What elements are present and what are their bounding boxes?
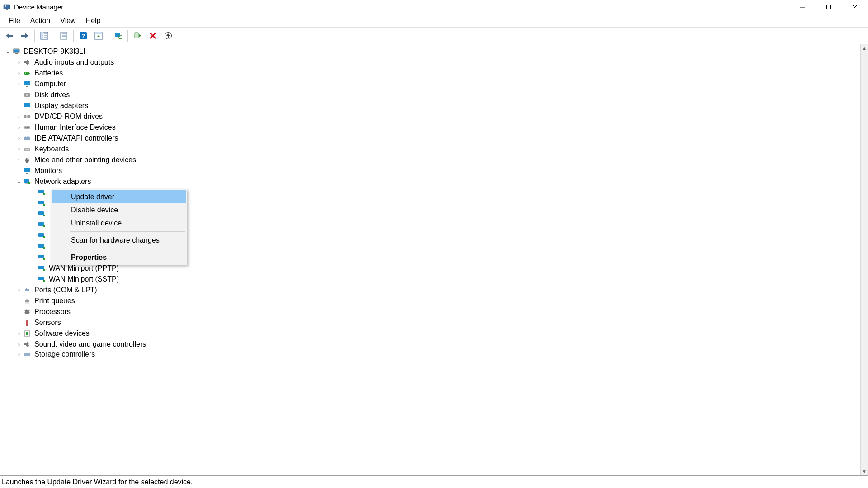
action-toolbar-button[interactable] — [91, 29, 106, 42]
svg-rect-106 — [24, 353, 30, 356]
svg-rect-81 — [43, 258, 45, 260]
svg-rect-74 — [38, 222, 44, 226]
category-label: Audio inputs and outputs — [34, 58, 114, 66]
properties-button[interactable] — [57, 29, 71, 42]
ctx-properties[interactable]: Properties — [52, 251, 186, 264]
network-adapter-icon — [37, 253, 46, 262]
window-controls — [789, 0, 868, 14]
tree-category-processors[interactable]: › Processors — [0, 306, 860, 317]
tree-category-batteries[interactable]: › Batteries — [0, 68, 860, 79]
svg-rect-60 — [25, 150, 29, 150]
toolbar-separator — [108, 30, 108, 42]
disable-device-button[interactable] — [146, 29, 160, 42]
svg-rect-68 — [38, 190, 44, 193]
menu-bar: File Action View Help — [0, 14, 868, 27]
device-tree[interactable]: ⌄ DESKTOP-9K3I3LI › Audio inputs and out… — [0, 44, 860, 475]
svg-rect-88 — [28, 288, 28, 289]
ctx-update-driver[interactable]: Update driver — [52, 190, 186, 203]
ctx-uninstall-device[interactable]: Uninstall device — [52, 216, 186, 230]
tree-category-computer[interactable]: › Computer — [0, 79, 860, 89]
expander-icon[interactable]: › — [15, 91, 23, 99]
svg-rect-82 — [38, 266, 44, 269]
tree-category-sensors[interactable]: › Sensors — [0, 317, 860, 328]
expander-icon[interactable]: ⌄ — [15, 178, 23, 185]
enable-device-button[interactable] — [130, 29, 145, 42]
mouse-icon — [23, 155, 32, 164]
expander-icon[interactable]: › — [15, 145, 23, 153]
close-button[interactable] — [842, 0, 868, 14]
tree-category-keyboards[interactable]: › Keyboards — [0, 144, 860, 155]
expander-icon[interactable]: › — [15, 113, 23, 120]
toolbar-separator — [127, 30, 128, 42]
expander-icon[interactable]: › — [15, 59, 23, 66]
tree-root-label: DESKTOP-9K3I3LI — [24, 47, 85, 56]
tree-category-hid[interactable]: › Human Interface Devices — [0, 122, 860, 133]
expander-icon[interactable]: › — [15, 135, 23, 142]
tree-category-mice[interactable]: › Mice and other pointing devices — [0, 155, 860, 165]
back-button[interactable] — [2, 29, 17, 42]
expander-icon[interactable]: › — [15, 124, 23, 131]
tree-category-ide[interactable]: › IDE ATA/ATAPI controllers — [0, 133, 860, 144]
network-adapter-icon — [37, 199, 46, 208]
tree-root[interactable]: ⌄ DESKTOP-9K3I3LI — [0, 46, 860, 57]
tree-category-dvd[interactable]: › DVD/CD-ROM drives — [0, 111, 860, 122]
menu-help[interactable]: Help — [81, 16, 106, 26]
svg-rect-90 — [26, 299, 28, 300]
expander-icon[interactable]: › — [15, 330, 23, 337]
show-hide-console-button[interactable] — [37, 29, 52, 42]
scan-hardware-button[interactable] — [111, 29, 125, 42]
expander-icon[interactable]: › — [15, 308, 23, 315]
scroll-down-icon[interactable]: ▼ — [861, 468, 868, 475]
category-label: Monitors — [34, 167, 62, 175]
expander-icon[interactable]: › — [15, 319, 23, 326]
update-driver-button[interactable] — [161, 29, 175, 42]
minimize-button[interactable] — [789, 0, 816, 14]
tree-category-print[interactable]: › Print queues — [0, 296, 860, 306]
tree-category-network[interactable]: ⌄ Network adapters — [0, 176, 860, 187]
scroll-up-icon[interactable]: ▲ — [861, 44, 868, 52]
storage-controller-icon — [23, 350, 32, 359]
ctx-scan-hardware[interactable]: Scan for hardware changes — [52, 234, 186, 247]
tree-category-storage[interactable]: › Storage controllers — [0, 350, 860, 359]
menu-action[interactable]: Action — [25, 16, 55, 26]
tree-category-monitors[interactable]: › Monitors — [0, 165, 860, 176]
maximize-button[interactable] — [816, 0, 842, 14]
computer-icon — [12, 47, 21, 56]
expander-icon[interactable]: › — [15, 297, 23, 305]
network-adapter-icon — [23, 177, 32, 186]
tree-device-wan-sstp[interactable]: WAN Miniport (SSTP) — [0, 274, 860, 285]
expander-icon[interactable]: › — [15, 70, 23, 77]
expander-icon[interactable]: › — [15, 156, 23, 164]
expander-icon[interactable]: › — [15, 286, 23, 294]
svg-rect-79 — [43, 247, 45, 249]
expander-icon[interactable]: › — [15, 341, 23, 348]
expander-icon[interactable]: › — [15, 80, 23, 88]
tree-category-display[interactable]: › Display adapters — [0, 100, 860, 111]
help-button[interactable]: ? — [76, 29, 90, 42]
svg-line-24 — [122, 38, 123, 39]
svg-point-41 — [26, 94, 28, 96]
svg-point-102 — [26, 324, 28, 326]
tree-category-ports[interactable]: › Ports (COM & LPT) — [0, 285, 860, 296]
tree-category-sound[interactable]: › Sound, video and game controllers — [0, 339, 860, 350]
ctx-disable-device[interactable]: Disable device — [52, 203, 186, 216]
expander-icon[interactable]: ⌄ — [5, 48, 12, 55]
svg-rect-86 — [25, 289, 29, 291]
category-label: IDE ATA/ATAPI controllers — [34, 134, 118, 142]
menu-file[interactable]: File — [4, 16, 25, 26]
forward-button[interactable] — [18, 29, 32, 42]
vertical-scrollbar[interactable]: ▲ ▼ — [860, 44, 868, 475]
tree-category-software[interactable]: › Software devices — [0, 328, 860, 339]
category-label: Software devices — [34, 329, 90, 338]
tree-category-disk[interactable]: › Disk drives — [0, 89, 860, 100]
menu-view[interactable]: View — [55, 16, 80, 26]
category-label: Mice and other pointing devices — [34, 156, 136, 164]
svg-rect-2 — [6, 9, 8, 10]
svg-rect-84 — [38, 277, 44, 280]
expander-icon[interactable]: › — [15, 102, 23, 109]
sensor-icon — [23, 318, 32, 327]
tree-category-audio[interactable]: › Audio inputs and outputs — [0, 57, 860, 68]
svg-rect-58 — [27, 149, 28, 150]
expander-icon[interactable]: › — [15, 351, 23, 358]
expander-icon[interactable]: › — [15, 167, 23, 174]
